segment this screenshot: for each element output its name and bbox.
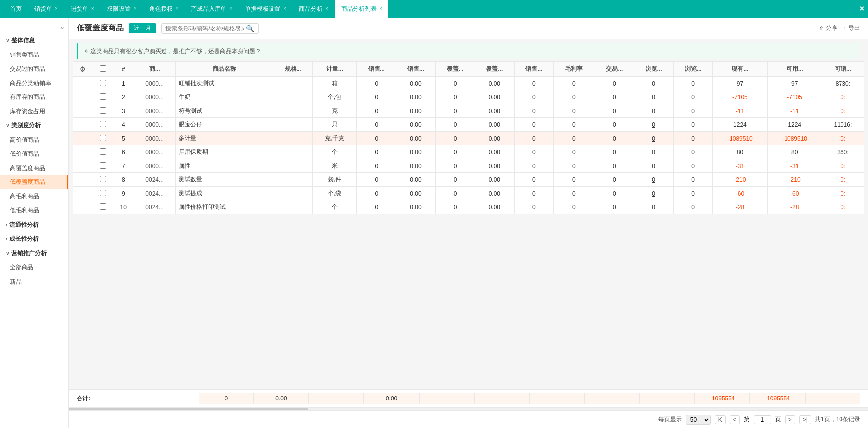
row-browse1[interactable]: 0 [634,200,673,214]
row-checkbox[interactable] [93,90,113,104]
next-page-button[interactable]: > [785,415,795,424]
nav-template[interactable]: 单据模板设置 × [239,0,292,18]
row-select-checkbox[interactable] [100,107,106,114]
col-rate: 毛利率 [554,62,595,77]
page-size-select[interactable]: 50 100 200 [686,415,711,425]
nav-role[interactable]: 角色授权 × [143,0,185,18]
col-unit: 计量... [313,62,357,77]
sidebar-item-low-coverage[interactable]: 低覆盖度商品 [0,175,68,189]
sidebar-item-low-value[interactable]: 低价值商品 [0,147,68,161]
row-select-checkbox[interactable] [100,162,106,169]
row-browse1[interactable]: 0 [634,187,673,200]
nav-permission-close[interactable]: × [134,0,136,18]
sidebar-item-high-profit[interactable]: 高毛利商品 [0,189,68,203]
row-rate: 0 [554,187,595,200]
row-select-checkbox[interactable] [100,93,106,100]
sidebar-item-traded-goods[interactable]: 交易过的商品 [0,62,68,76]
nav-purchase-close[interactable]: × [91,0,94,18]
row-checkbox[interactable] [93,159,113,173]
date-filter-button[interactable]: 近一月 [129,23,156,33]
prev-page-button[interactable]: < [730,415,740,424]
row-checkbox[interactable] [93,145,113,159]
row-select-checkbox[interactable] [100,190,106,196]
sidebar-section-value[interactable]: ∨ 类别度分析 [0,118,68,133]
row-checkbox[interactable] [93,118,113,132]
total-pages-info: 共1页，10条记录 [815,415,860,424]
sidebar-item-new-goods[interactable]: 新品 [0,275,68,289]
nav-sales-close[interactable]: × [55,0,58,18]
sidebar-collapse-button[interactable]: « [0,22,68,33]
nav-permission[interactable]: 权限设置 × [101,0,142,18]
row-browse1[interactable]: 0 [634,118,673,132]
sidebar-item-high-coverage[interactable]: 高覆盖度商品 [0,161,68,175]
row-stock2: -1089510 [767,132,822,145]
row-select-checkbox[interactable] [100,135,106,141]
export-button[interactable]: ↑ 导出 [843,24,860,32]
nav-analysis-close[interactable]: × [326,0,328,18]
nav-analysis[interactable]: 商品分析 × [293,0,334,18]
first-page-button[interactable]: K [715,415,726,424]
sidebar-item-in-stock[interactable]: 有库存的商品 [0,90,68,104]
sidebar-item-capital[interactable]: 库存资金占用 [0,104,68,118]
row-browse1[interactable]: 0 [634,159,673,173]
search-input[interactable] [165,25,244,32]
row-unit: 箱 [313,77,357,90]
row-select-checkbox[interactable] [100,203,106,210]
nav-home[interactable]: 首页 [4,0,27,18]
sidebar-item-sales-goods[interactable]: 销售类商品 [0,48,68,62]
row-checkbox[interactable] [93,173,113,187]
nav-inbound[interactable]: 产成品入库单 × [185,0,238,18]
sidebar-section-marketing[interactable]: ∨ 营销推广分析 [0,246,68,260]
row-tx: 0 [595,187,634,200]
row-checkbox[interactable] [93,187,113,200]
nav-role-close[interactable]: × [176,0,179,18]
nav-template-close[interactable]: × [283,0,286,18]
row-browse1[interactable]: 0 [634,104,673,118]
nav-purchase[interactable]: 进货单 × [65,0,100,18]
close-all-tabs-button[interactable]: × [860,4,864,13]
sidebar-section-growth[interactable]: › 成长性分析 [0,232,68,246]
nav-inbound-close[interactable]: × [229,0,232,18]
section-arrow-marketing: ∨ [6,251,9,256]
settings-icon[interactable]: ⚙ [80,65,86,73]
share-button[interactable]: ⇧ 分享 [819,24,838,32]
table-container[interactable]: ⚙ # 商... 商品名称 规格... 计量... 销售... 销售... 覆盖… [73,61,864,389]
sidebar-item-category-rate[interactable]: 商品分类动销率 [0,76,68,90]
page-unit: 页 [775,415,781,424]
row-coverage2: 0.00 [475,77,514,90]
row-browse1[interactable]: 0 [634,145,673,159]
select-all-checkbox[interactable] [100,65,106,72]
row-browse1[interactable]: 0 [634,90,673,104]
sidebar-item-all-goods[interactable]: 全部商品 [0,260,68,275]
row-checkbox[interactable] [93,77,113,90]
sidebar-section-liquidity[interactable]: › 流通性分析 [0,218,68,232]
col-coverage2: 覆盖... [475,62,514,77]
row-browse1[interactable]: 0 [634,173,673,187]
sidebar-item-high-value[interactable]: 高价值商品 [0,133,68,147]
col-stock3: 可销... [822,62,864,77]
col-settings[interactable]: ⚙ [73,62,93,77]
current-page-input[interactable] [754,415,771,424]
nav-analysis-list-close[interactable]: × [380,0,382,18]
col-browse1: 浏览... [634,62,673,77]
row-select-checkbox[interactable] [100,121,106,127]
sidebar-item-low-profit[interactable]: 低毛利商品 [0,203,68,218]
nav-analysis-list[interactable]: 商品分析列表 × [335,0,388,18]
row-checkbox[interactable] [93,200,113,214]
table-row: 8 0024... 测试数量 袋,件 0 0.00 0 0.00 0 0 0 0… [73,173,864,187]
nav-sales[interactable]: 销货单 × [28,0,64,18]
row-rate: 0 [554,90,595,104]
row-select-checkbox[interactable] [100,148,106,155]
sidebar-section-general[interactable]: ∨ 整体信息 [0,33,68,48]
total-bar: 合计: 0 0.00 0.00 -1095554 -1095554 [69,389,868,407]
row-select-checkbox[interactable] [100,176,106,182]
table-header-row: ⚙ # 商... 商品名称 规格... 计量... 销售... 销售... 覆盖… [73,62,864,77]
row-select-checkbox[interactable] [100,80,106,86]
row-browse1[interactable]: 0 [634,132,673,145]
row-browse1[interactable]: 0 [634,77,673,90]
search-icon[interactable]: 🔍 [246,25,254,32]
row-checkbox[interactable] [93,104,113,118]
row-checkbox[interactable] [93,132,113,145]
table-row: 3 0000... 符号测试 克 0 0.00 0 0.00 0 0 0 0 0… [73,104,864,118]
last-page-button[interactable]: >| [799,415,811,424]
